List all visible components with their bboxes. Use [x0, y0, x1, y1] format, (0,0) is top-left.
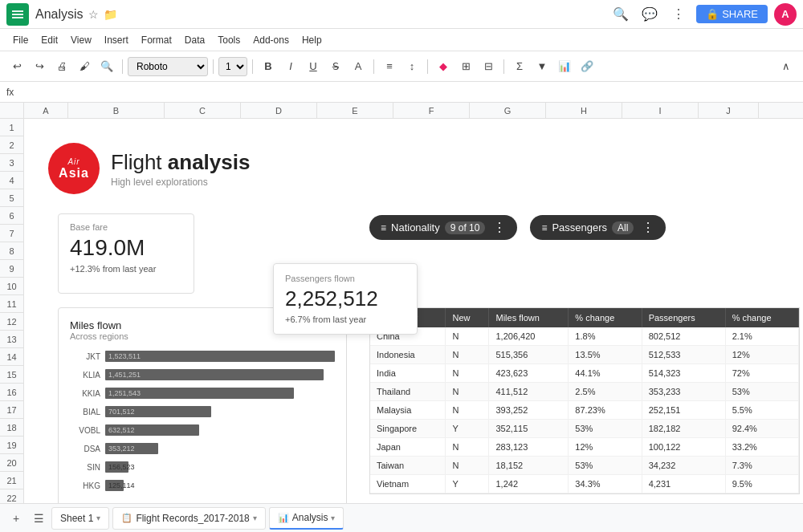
bold-button[interactable]: B [258, 56, 279, 77]
col-header-d[interactable]: D [241, 103, 317, 118]
link-button[interactable]: 🔗 [577, 56, 597, 77]
folder-icon[interactable]: 📁 [104, 8, 117, 21]
row-13[interactable]: 13 [0, 331, 23, 348]
undo-button[interactable]: ↩ [6, 56, 27, 77]
fill-color-button[interactable]: ◆ [433, 56, 454, 77]
nationality-filter[interactable]: ≡ Nationality 9 of 10 ⋮ [369, 215, 517, 240]
col-header-e[interactable]: E [317, 103, 393, 118]
star-icon[interactable]: ☆ [88, 8, 99, 21]
row-3[interactable]: 3 [0, 154, 23, 172]
sheet-tab-analysis-dropdown[interactable]: ▾ [331, 514, 335, 522]
col-header-c[interactable]: C [165, 103, 241, 118]
menu-tools[interactable]: Tools [211, 33, 247, 47]
underline-button[interactable]: U [303, 56, 324, 77]
filter-passengers-dots[interactable]: ⋮ [642, 220, 654, 235]
chat-icon[interactable]: 💬 [638, 3, 661, 26]
row-17[interactable]: 17 [0, 401, 23, 419]
content-overlay: Air Asia Flight analysis High level expl… [24, 119, 803, 532]
text-color-button[interactable]: A [348, 56, 369, 77]
cells-area[interactable]: Air Asia Flight analysis High level expl… [24, 119, 803, 532]
passengers-change: +6.7% from last year [285, 315, 406, 324]
row-10[interactable]: 10 [0, 278, 23, 295]
row-2[interactable]: 2 [0, 136, 23, 154]
row-16[interactable]: 16 [0, 384, 23, 401]
airasia-logo: Air Asia [48, 143, 100, 194]
menu-file[interactable]: File [6, 33, 35, 47]
row-21[interactable]: 21 [0, 472, 23, 489]
menu-format[interactable]: Format [135, 33, 178, 47]
col-header-f[interactable]: F [393, 103, 470, 118]
toolbar: ↩ ↪ 🖨 🖌 🔍 Roboto 11 B I U S̶ A ≡ ↕ ◆ ⊞ ⊟… [0, 51, 803, 82]
add-sheet-button[interactable]: + [6, 509, 26, 528]
sheet-tab-analysis-label: Analysis [292, 512, 328, 523]
col-header-g[interactable]: G [470, 103, 546, 118]
redo-button[interactable]: ↪ [29, 56, 50, 77]
menu-bar: File Edit View Insert Format Data Tools … [0, 29, 803, 51]
data-table: Nationality New Miles flown % change Pas… [369, 307, 800, 494]
zoom-button[interactable]: 🔍 [96, 56, 117, 77]
more-icon[interactable]: ⋮ [667, 3, 690, 26]
svg-rect-2 [12, 14, 23, 15]
sheet-tab-1-dropdown[interactable]: ▾ [96, 514, 100, 522]
bar-hkg: HKG 125,114 [70, 478, 335, 493]
sheet-tab-1[interactable]: Sheet 1 ▾ [51, 507, 109, 530]
col-header-a[interactable]: A [24, 103, 68, 118]
table-row: TaiwanN18,15253%34,2327.3% [370, 457, 799, 475]
filter-button[interactable]: ▼ [532, 56, 552, 77]
row-8[interactable]: 8 [0, 242, 23, 260]
table-row: IndonesiaN515,35613.5%512,53312% [370, 346, 799, 364]
separator-1 [122, 59, 123, 74]
align-button[interactable]: ≡ [379, 56, 400, 77]
paint-format-button[interactable]: 🖌 [74, 56, 95, 77]
row-9[interactable]: 9 [0, 260, 23, 278]
row-7[interactable]: 7 [0, 225, 23, 242]
menu-addons[interactable]: Add-ons [247, 33, 296, 47]
chart-button[interactable]: 📊 [554, 56, 575, 77]
col-header-j[interactable]: J [699, 103, 759, 118]
col-header-b[interactable]: B [68, 103, 165, 118]
base-fare-change: +12.3% from last year [70, 264, 182, 274]
row-20[interactable]: 20 [0, 454, 23, 472]
valign-button[interactable]: ↕ [402, 56, 422, 77]
separator-5 [427, 59, 428, 74]
menu-help[interactable]: Help [296, 33, 328, 47]
row-1[interactable]: 1 [0, 119, 23, 136]
flight-table: Nationality New Miles flown % change Pas… [370, 308, 799, 493]
menu-insert[interactable]: Insert [98, 33, 135, 47]
menu-edit[interactable]: Edit [35, 33, 64, 47]
merge-button[interactable]: ⊟ [478, 56, 499, 77]
menu-view[interactable]: View [64, 33, 98, 47]
menu-data[interactable]: Data [178, 33, 211, 47]
row-14[interactable]: 14 [0, 348, 23, 366]
bar-klia: KLIA 1,451,251 [70, 368, 335, 382]
strikethrough-button[interactable]: S̶ [325, 56, 346, 77]
row-15[interactable]: 15 [0, 366, 23, 384]
italic-button[interactable]: I [280, 56, 301, 77]
search-icon[interactable]: 🔍 [609, 3, 632, 26]
lock-icon: 🔒 [706, 8, 719, 20]
sum-button[interactable]: Σ [509, 56, 530, 77]
row-12[interactable]: 12 [0, 313, 23, 331]
sheet-tab-records-dropdown[interactable]: ▾ [253, 514, 257, 522]
col-header-i[interactable]: I [622, 103, 699, 118]
passengers-filter[interactable]: ≡ Passengers All ⋮ [530, 215, 666, 240]
row-19[interactable]: 19 [0, 437, 23, 454]
filter-passengers-label: Passengers [552, 221, 607, 234]
airasia-section: Air Asia Flight analysis High level expl… [48, 143, 250, 194]
row-18[interactable]: 18 [0, 419, 23, 437]
sheet-tab-analysis[interactable]: 📊 Analysis ▾ [269, 507, 344, 530]
col-header-h[interactable]: H [546, 103, 622, 118]
share-button[interactable]: 🔒 SHARE [696, 5, 768, 23]
borders-button[interactable]: ⊞ [455, 56, 476, 77]
row-5[interactable]: 5 [0, 189, 23, 207]
font-selector[interactable]: Roboto [128, 57, 208, 76]
font-size-selector[interactable]: 11 [218, 57, 247, 76]
collapse-button[interactable]: ∧ [776, 56, 797, 77]
sheet-tab-records[interactable]: 📋 Flight Records_2017-2018 ▾ [112, 507, 265, 530]
row-4[interactable]: 4 [0, 172, 23, 189]
row-6[interactable]: 6 [0, 207, 23, 225]
print-button[interactable]: 🖨 [51, 56, 72, 77]
row-11[interactable]: 11 [0, 295, 23, 313]
filter-nationality-dots[interactable]: ⋮ [493, 220, 506, 235]
menu-sheet-button[interactable]: ☰ [29, 509, 48, 528]
